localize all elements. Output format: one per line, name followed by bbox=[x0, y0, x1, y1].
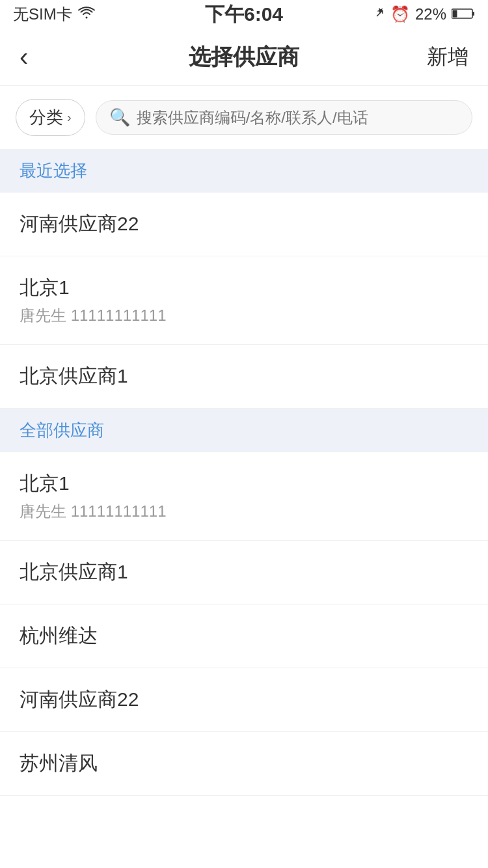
chevron-right-icon: › bbox=[67, 110, 72, 125]
wifi-icon bbox=[77, 5, 96, 23]
item-name: 北京1 bbox=[20, 470, 468, 497]
search-bar: 分类 › 🔍 bbox=[0, 86, 488, 149]
recent-section-header: 最近选择 bbox=[0, 149, 488, 193]
status-time: 下午6:04 bbox=[205, 1, 283, 28]
svg-rect-2 bbox=[472, 12, 474, 16]
all-section-header: 全部供应商 bbox=[0, 409, 488, 452]
status-right: ↗ ⏰ 22% bbox=[375, 5, 475, 23]
list-item[interactable]: 河南供应商22 bbox=[0, 193, 488, 256]
item-name: 北京供应商1 bbox=[20, 363, 468, 390]
list-item[interactable]: 苏州清风 bbox=[0, 732, 488, 796]
item-sub: 唐先生 11111111111 bbox=[20, 501, 468, 522]
status-left: 无SIM卡 bbox=[13, 4, 96, 25]
page-title: 选择供应商 bbox=[189, 42, 299, 72]
item-name: 河南供应商22 bbox=[20, 686, 468, 713]
svg-rect-3 bbox=[453, 10, 457, 18]
list-item[interactable]: 北京1唐先生 11111111111 bbox=[0, 452, 488, 541]
list-item[interactable]: 北京供应商1 bbox=[0, 541, 488, 604]
battery-label: 22% bbox=[415, 5, 446, 23]
all-items-list: 北京1唐先生 11111111111北京供应商1杭州维达河南供应商22苏州清风 bbox=[0, 452, 488, 796]
list-item[interactable]: 河南供应商22 bbox=[0, 668, 488, 732]
item-name: 河南供应商22 bbox=[20, 211, 468, 237]
battery-icon bbox=[452, 5, 475, 23]
item-sub: 唐先生 11111111111 bbox=[20, 305, 468, 326]
nav-bar: ‹ 选择供应商 新增 bbox=[0, 29, 488, 86]
category-label: 分类 bbox=[29, 106, 63, 129]
recent-items-list: 河南供应商22北京1唐先生 11111111111北京供应商1 bbox=[0, 193, 488, 409]
search-icon: 🔍 bbox=[109, 107, 130, 128]
list-item[interactable]: 北京供应商1 bbox=[0, 345, 488, 409]
status-bar: 无SIM卡 下午6:04 ↗ ⏰ 22% bbox=[0, 0, 488, 29]
list-item[interactable]: 北京1唐先生 11111111111 bbox=[0, 256, 488, 345]
item-name: 北京1 bbox=[20, 275, 468, 301]
recent-section-label: 最近选择 bbox=[20, 161, 87, 180]
back-button[interactable]: ‹ bbox=[20, 42, 59, 72]
category-filter-button[interactable]: 分类 › bbox=[16, 99, 85, 136]
item-name: 北京供应商1 bbox=[20, 559, 468, 586]
all-section-label: 全部供应商 bbox=[20, 420, 104, 440]
item-name: 杭州维达 bbox=[20, 623, 468, 649]
add-button[interactable]: 新增 bbox=[427, 43, 468, 72]
location-icon: ↗ bbox=[375, 5, 385, 23]
search-input[interactable] bbox=[137, 109, 459, 127]
item-name: 苏州清风 bbox=[20, 750, 468, 777]
search-input-wrapper[interactable]: 🔍 bbox=[96, 100, 472, 135]
list-item[interactable]: 杭州维达 bbox=[0, 604, 488, 668]
carrier-label: 无SIM卡 bbox=[13, 4, 72, 25]
svg-text:↗: ↗ bbox=[375, 7, 385, 20]
alarm-icon: ⏰ bbox=[390, 5, 410, 23]
